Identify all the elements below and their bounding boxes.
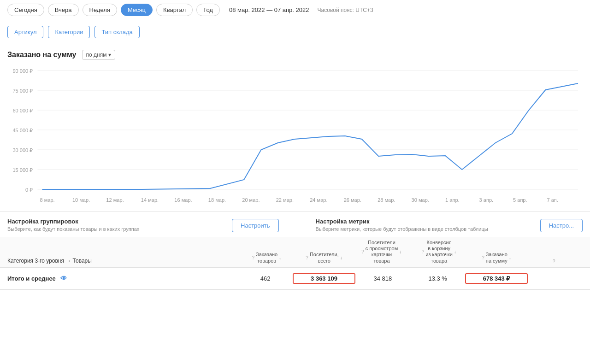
period-year[interactable]: Год: [196, 4, 220, 16]
sort-icon-ordered-sum[interactable]: ↓: [509, 255, 511, 260]
column-header-visitors-total: ? Посетители,всего ↓: [295, 252, 353, 264]
chart-title-row: Заказано на сумму по дням ▾: [7, 50, 583, 60]
top-bar: Сегодня Вчера Неделя Месяц Квартал Год 0…: [0, 0, 590, 20]
footer-val-conversion: 13.3 %: [410, 275, 465, 282]
svg-text:30 мар.: 30 мар.: [412, 197, 429, 203]
column-label-visitors-card: Посетителис просмотромкарточкитовара: [366, 240, 398, 264]
column-label-conversion: Конверсияв корзинуиз карточкитовара: [425, 240, 453, 264]
svg-text:22 мар.: 22 мар.: [276, 197, 294, 203]
svg-text:18 мар.: 18 мар.: [208, 197, 226, 203]
filter-categories[interactable]: Категории: [48, 26, 90, 38]
column-header-ordered-sum: ? Заказанона сумму ↓: [468, 252, 525, 264]
svg-text:26 мар.: 26 мар.: [344, 197, 361, 203]
metrics-configure-button[interactable]: Настро...: [540, 219, 583, 232]
svg-text:12 мар.: 12 мар.: [106, 197, 124, 203]
period-selector-label: по дням: [86, 52, 107, 58]
svg-text:3 апр.: 3 апр.: [479, 197, 494, 203]
svg-text:14 мар.: 14 мар.: [141, 197, 159, 203]
question-icon-visitors-card: ?: [361, 249, 364, 254]
period-week[interactable]: Неделя: [83, 4, 117, 16]
svg-text:45 000 ₽: 45 000 ₽: [12, 128, 33, 133]
sort-icon-visitors[interactable]: ↓: [340, 255, 342, 260]
eye-icon[interactable]: 👁: [60, 275, 67, 282]
totals-label: Итого и среднее: [7, 275, 56, 282]
svg-text:8 мар.: 8 мар.: [40, 197, 54, 203]
svg-text:7 ап.: 7 ап.: [547, 197, 558, 203]
metrics-title: Настройка метрик: [316, 218, 522, 225]
column-label-visitors-total: Посетители,всего: [310, 252, 339, 264]
column-label-ordered-items: Заказанотоваров: [256, 252, 277, 264]
column-label-ordered-sum: Заказанона сумму: [486, 252, 507, 264]
settings-row: Настройка группировок Выберите, как буду…: [0, 211, 590, 237]
sort-icon-visitors-card[interactable]: ↓: [399, 249, 401, 254]
metrics-settings: Настройка метрик Выберите метрики, котор…: [316, 218, 522, 232]
filters-bar: Артикул Категории Тип склада: [0, 20, 590, 44]
svg-text:1 апр.: 1 апр.: [445, 197, 460, 203]
column-header-ordered-items: ? Заказанотоваров ↓: [238, 252, 295, 264]
svg-text:16 мар.: 16 мар.: [174, 197, 192, 203]
question-icon-extra: ?: [553, 259, 555, 264]
groupings-configure-button[interactable]: Настроить: [232, 219, 279, 232]
svg-text:30 000 ₽: 30 000 ₽: [12, 147, 33, 153]
svg-text:24 мар.: 24 мар.: [310, 197, 327, 203]
column-header-conversion: ? Конверсияв корзинуиз карточкитовара ↓: [410, 240, 468, 264]
footer-label: Итого и среднее 👁: [7, 275, 238, 282]
chart-svg: 90 000 ₽ 75 000 ₽ 60 000 ₽ 45 000 ₽ 30 0…: [7, 64, 583, 211]
chart-title: Заказано на сумму: [7, 51, 77, 59]
footer-val-visitors-total: 3 363 109: [293, 273, 355, 284]
footer-val-visitors-card: 34 818: [355, 275, 410, 282]
svg-text:75 000 ₽: 75 000 ₽: [12, 88, 33, 94]
timezone: Часовой пояс: UTC+3: [317, 7, 373, 13]
period-quarter[interactable]: Квартал: [156, 4, 193, 16]
footer-val-ordered-items: 462: [238, 275, 293, 282]
column-header-category: Категория 3-го уровня → Товары: [7, 258, 238, 264]
table-header: Категория 3-го уровня → Товары ? Заказан…: [0, 237, 590, 267]
groupings-desc: Выберите, как будут показаны товары и в …: [7, 226, 213, 232]
svg-text:10 мар.: 10 мар.: [72, 197, 90, 203]
chart-container: 90 000 ₽ 75 000 ₽ 60 000 ₽ 45 000 ₽ 30 0…: [7, 64, 583, 211]
period-today[interactable]: Сегодня: [7, 4, 44, 16]
table-footer: Итого и среднее 👁 462 3 363 109 34 818 1…: [0, 267, 590, 290]
groupings-title: Настройка группировок: [7, 218, 213, 225]
question-icon-ordered-sum: ?: [482, 255, 484, 260]
sort-icon-conversion[interactable]: ↓: [454, 249, 456, 254]
svg-text:28 мар.: 28 мар.: [378, 197, 395, 203]
svg-text:90 000 ₽: 90 000 ₽: [12, 68, 33, 74]
column-header-visitors-card: ? Посетителис просмотромкарточкитовара ↓: [353, 240, 410, 264]
period-yesterday[interactable]: Вчера: [48, 4, 79, 16]
question-icon-visitors: ?: [306, 255, 308, 260]
filter-article[interactable]: Артикул: [7, 26, 43, 38]
question-icon-ordered: ?: [252, 255, 254, 260]
column-header-extra: ?: [525, 259, 583, 264]
svg-text:0 ₽: 0 ₽: [25, 187, 33, 193]
period-month[interactable]: Месяц: [121, 4, 153, 16]
date-range: 08 мар. 2022 — 07 апр. 2022: [229, 6, 309, 13]
groupings-settings: Настройка группировок Выберите, как буду…: [7, 218, 213, 232]
footer-val-ordered-sum: 678 343 ₽: [465, 273, 527, 284]
svg-text:15 000 ₽: 15 000 ₽: [12, 167, 33, 173]
svg-text:60 000 ₽: 60 000 ₽: [12, 108, 33, 113]
metrics-desc: Выберите метрики, которые будут отображе…: [316, 226, 522, 232]
svg-text:20 мар.: 20 мар.: [242, 197, 260, 203]
chart-period-selector[interactable]: по дням ▾: [82, 50, 116, 60]
chevron-down-icon: ▾: [108, 52, 111, 58]
filter-warehouse-type[interactable]: Тип склада: [94, 26, 139, 38]
svg-text:5 апр.: 5 апр.: [513, 197, 527, 203]
sort-icon-ordered[interactable]: ↓: [279, 255, 281, 260]
chart-section: Заказано на сумму по дням ▾ 90 000 ₽ 75 …: [0, 44, 590, 211]
question-icon-conversion: ?: [422, 249, 425, 254]
